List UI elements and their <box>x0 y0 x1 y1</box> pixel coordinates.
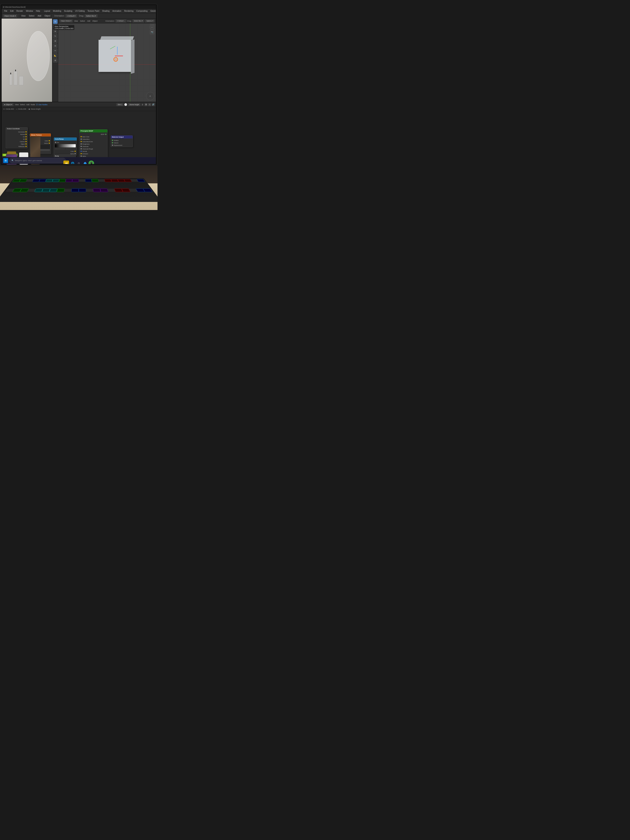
key-8[interactable] <box>59 179 66 182</box>
orient-inner[interactable]: ⎋ Default ▾ <box>115 19 126 22</box>
drag-dropdown[interactable]: Select Box ▾ <box>85 14 98 17</box>
node-color-ramp[interactable]: ColorRamp Fac Color Alpha <box>54 137 77 156</box>
orientation-dropdown[interactable]: ⎋ Default ▾ <box>65 14 77 17</box>
view-btn[interactable]: View <box>74 20 78 22</box>
menu-modeling[interactable]: Modeling <box>52 9 62 13</box>
key-15[interactable] <box>104 179 112 182</box>
key-14[interactable] <box>98 179 105 182</box>
viewport-3d[interactable]: ⊡ ✛ ⊕ ↻ ⊞ ⊟ ✏ 📐 ⊞ Object Mode ▾ View <box>52 19 156 102</box>
key-9[interactable] <box>66 179 72 182</box>
node-canvas[interactable]: Texture Coordinate Generated Normal UV 3… <box>2 111 156 159</box>
mat-icon-2[interactable]: × <box>148 103 151 106</box>
key-25[interactable] <box>35 189 43 192</box>
nav-camera[interactable]: 📷 <box>150 30 154 34</box>
nav-zoom-out[interactable]: − <box>150 25 154 30</box>
key-17[interactable] <box>117 179 125 182</box>
key-23[interactable] <box>20 189 28 192</box>
add-btn[interactable]: Add <box>87 20 90 22</box>
menu-uv-editing[interactable]: UV Editing <box>74 9 86 13</box>
select-btn[interactable]: Select <box>80 20 85 22</box>
key-34[interactable] <box>100 189 108 192</box>
key-30[interactable] <box>71 189 79 192</box>
key-27[interactable] <box>49 189 57 192</box>
tool-select[interactable]: ⊡ <box>53 19 58 24</box>
menu-window[interactable]: Window <box>25 9 34 13</box>
key-29[interactable] <box>64 189 71 192</box>
key-31[interactable] <box>79 189 86 192</box>
menu-animation[interactable]: Animation <box>111 9 122 13</box>
key-26[interactable] <box>42 189 50 192</box>
tool-rotate[interactable]: ↻ <box>53 34 58 38</box>
key-12[interactable] <box>85 179 92 182</box>
menu-layout[interactable]: Layout <box>43 9 51 13</box>
search-bar[interactable]: 🔍 Введите здесь текст для поиска <box>9 158 66 163</box>
key-3[interactable] <box>26 179 33 182</box>
shader-add[interactable]: Add <box>26 104 30 106</box>
use-nodes-checkbox[interactable]: ☑ Use Nodes <box>36 104 47 106</box>
menu-render[interactable]: Render <box>15 9 24 13</box>
menu-edit[interactable]: Edit <box>9 9 15 13</box>
object-menu[interactable]: Object <box>43 14 52 17</box>
tool-add[interactable]: ⊞ <box>53 58 58 63</box>
taskbar-icon-files[interactable]: 📁 <box>63 161 69 164</box>
object-btn[interactable]: Object <box>92 20 98 22</box>
mat-icon-1[interactable]: ⊞ <box>145 103 147 106</box>
object-mode-dropdown[interactable]: Object Mode ▾ <box>3 14 17 17</box>
keyboard[interactable] <box>0 178 158 202</box>
shader-view[interactable]: View <box>15 104 19 106</box>
key-24[interactable] <box>27 189 36 192</box>
object-mode-btn[interactable]: Object Mode ▾ <box>59 19 73 22</box>
key-36[interactable] <box>115 189 123 192</box>
key-18[interactable] <box>124 179 131 182</box>
node-tex-coord[interactable]: Texture Coordinate Generated Normal UV 3… <box>6 127 28 148</box>
key-28[interactable] <box>57 189 65 192</box>
menu-rendering[interactable]: Rendering <box>123 9 135 13</box>
shader-object-btn[interactable]: ● Object ▾ <box>3 103 14 106</box>
taskbar-icon-green[interactable]: 📱 <box>88 161 94 164</box>
taskbar-icon-steam[interactable]: ⚙ <box>76 161 82 164</box>
key-6[interactable] <box>46 179 53 182</box>
material-name-btn[interactable]: Stone bright <box>128 103 141 106</box>
key-37[interactable] <box>122 189 130 192</box>
tool-annotate[interactable]: ✏ <box>53 49 58 53</box>
key-10[interactable] <box>72 179 79 182</box>
menu-sculpting[interactable]: Sculpting <box>63 9 74 13</box>
menu-compositing[interactable]: Compositing <box>135 9 149 13</box>
taskbar-icon-chrome[interactable]: 🌐 <box>69 161 75 164</box>
menu-help[interactable]: Help <box>35 9 41 13</box>
breadcrumb-item-3[interactable]: Stone bright <box>31 108 41 110</box>
key-33[interactable] <box>93 189 101 192</box>
menu-geometry-nodes[interactable]: Geometry Nodes <box>149 9 156 13</box>
key-20[interactable] <box>137 179 145 182</box>
tool-scale[interactable]: ⊞ <box>53 39 58 43</box>
breadcrumb-item-2[interactable]: Circle.008 <box>18 108 26 110</box>
slot-dropdown[interactable]: Slot 1 <box>116 103 123 106</box>
shader-select[interactable]: Select <box>20 104 25 106</box>
shader-node[interactable]: Node <box>31 104 35 106</box>
menu-texture-paint[interactable]: Texture Paint <box>86 9 100 13</box>
drag-inner[interactable]: Select Box ▾ <box>133 19 144 22</box>
key-11[interactable] <box>79 179 85 182</box>
tool-transform[interactable]: ⊟ <box>53 44 58 48</box>
start-button[interactable]: ⊞ <box>3 158 8 163</box>
key-7[interactable] <box>52 179 59 182</box>
view-menu[interactable]: View <box>20 14 27 17</box>
menu-shading[interactable]: Shading <box>101 9 111 13</box>
node-material-output[interactable]: Material Output Surface Volume Displacem… <box>111 135 133 147</box>
mat-icon-3[interactable]: 🔗 <box>152 103 155 106</box>
keyboard-keys <box>0 179 158 200</box>
key-32[interactable] <box>86 189 93 192</box>
key-4[interactable] <box>33 179 40 182</box>
key-5[interactable] <box>39 179 46 182</box>
key-13[interactable] <box>92 179 98 182</box>
add-menu[interactable]: Add <box>36 14 43 17</box>
key-16[interactable] <box>111 179 118 182</box>
taskbar-icon-blender[interactable]: 🔷 <box>82 161 88 164</box>
select-menu[interactable]: Select <box>28 14 36 17</box>
options-btn[interactable]: Options ▾ <box>145 19 155 22</box>
tool-measure[interactable]: 📐 <box>53 53 58 58</box>
menu-file[interactable]: File <box>3 9 8 13</box>
node-principled[interactable]: Principled BSDF BSDF Base Color Subsurfa… <box>79 129 107 158</box>
breadcrumb-item-1[interactable]: Circle.003 <box>6 108 14 110</box>
key-35[interactable] <box>107 189 115 192</box>
